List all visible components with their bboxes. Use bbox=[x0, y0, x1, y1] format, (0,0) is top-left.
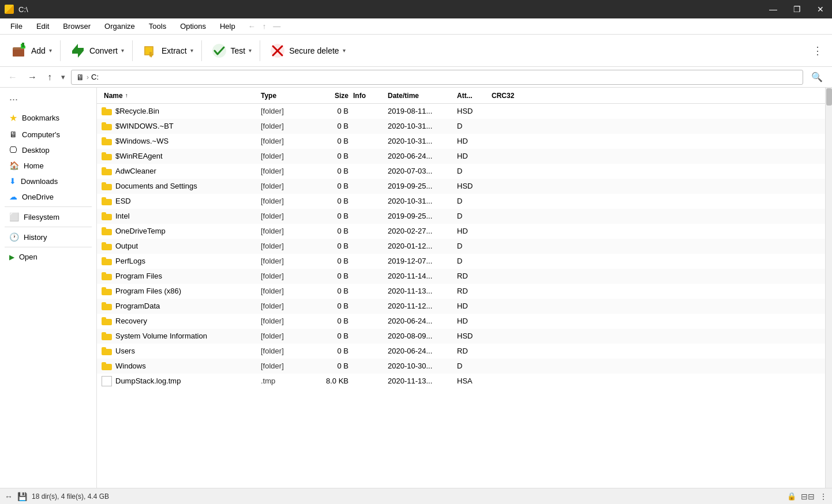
menu-edit[interactable]: Edit bbox=[31, 20, 55, 33]
cell-type: [folder] bbox=[261, 317, 313, 325]
table-row[interactable]: Program Files [folder] 0 B 2020-11-14...… bbox=[97, 269, 825, 284]
cell-size: 0 B bbox=[313, 107, 353, 115]
cell-attr: D bbox=[457, 242, 492, 250]
table-row[interactable]: Windows [folder] 0 B 2020-10-30... D bbox=[97, 359, 825, 374]
sidebar-item-onedrive[interactable]: ☁ OneDrive bbox=[2, 189, 94, 204]
table-row[interactable]: Users [folder] 0 B 2020-06-24... RD bbox=[97, 344, 825, 359]
breadcrumb-computer[interactable]: 🖥 bbox=[76, 73, 84, 82]
sidebar-item-open[interactable]: ▶ Open bbox=[2, 250, 94, 264]
table-row[interactable]: Recovery [folder] 0 B 2020-06-24... HD bbox=[97, 314, 825, 329]
col-header-attr[interactable]: Att... bbox=[457, 92, 492, 100]
table-row[interactable]: OneDriveTemp [folder] 0 B 2020-02-27... … bbox=[97, 224, 825, 239]
cell-attr: HD bbox=[457, 137, 492, 145]
secure-delete-dropdown-arrow[interactable]: ▾ bbox=[343, 47, 346, 54]
forward-button[interactable]: → bbox=[24, 70, 40, 85]
back-button[interactable]: ← bbox=[5, 70, 21, 85]
table-row[interactable]: $WinREAgent [folder] 0 B 2020-06-24... H… bbox=[97, 149, 825, 164]
table-row[interactable]: Documents and Settings [folder] 0 B 2019… bbox=[97, 179, 825, 194]
sidebar-home-label: Home bbox=[24, 161, 44, 170]
status-more-icon[interactable]: ⋮ bbox=[819, 492, 827, 501]
sidebar-downloads-label: Downloads bbox=[21, 177, 58, 186]
secure-delete-button[interactable]: Secure delete ▾ bbox=[263, 38, 351, 63]
sidebar-item-history[interactable]: 🕐 History bbox=[2, 230, 94, 245]
table-row[interactable]: Intel [folder] 0 B 2019-09-25... D bbox=[97, 209, 825, 224]
menu-browser[interactable]: Browser bbox=[57, 20, 96, 33]
cell-type: [folder] bbox=[261, 242, 313, 250]
sidebar-more[interactable]: ··· bbox=[0, 90, 96, 109]
filename: ESD bbox=[115, 197, 131, 205]
menu-tools[interactable]: Tools bbox=[143, 20, 172, 33]
sidebar-item-desktop[interactable]: 🖵 Desktop bbox=[2, 142, 94, 157]
toolbar-overflow[interactable]: ⋮ bbox=[808, 42, 827, 59]
extract-button[interactable]: Extract ▾ bbox=[135, 38, 199, 63]
cell-size: 0 B bbox=[313, 317, 353, 325]
cell-size: 0 B bbox=[313, 227, 353, 235]
table-row[interactable]: DumpStack.log.tmp .tmp 8.0 KB 2020-11-13… bbox=[97, 374, 825, 389]
filename: Documents and Settings bbox=[115, 182, 197, 190]
test-dropdown-arrow[interactable]: ▾ bbox=[249, 47, 252, 54]
cell-type: [folder] bbox=[261, 152, 313, 160]
table-row[interactable]: $Recycle.Bin [folder] 0 B 2019-08-11... … bbox=[97, 104, 825, 119]
table-row[interactable]: AdwCleaner [folder] 0 B 2020-07-03... D bbox=[97, 164, 825, 179]
cell-size: 0 B bbox=[313, 257, 353, 265]
sidebar: ··· ★ Bookmarks 🖥 Computer's 🖵 Desktop 🏠… bbox=[0, 88, 97, 488]
svg-rect-4 bbox=[22, 43, 24, 47]
col-header-type[interactable]: Type bbox=[261, 92, 313, 100]
sidebar-item-home[interactable]: 🏠 Home bbox=[2, 158, 94, 173]
up-button[interactable]: ↑ bbox=[44, 70, 55, 85]
cell-size: 0 B bbox=[313, 167, 353, 175]
cell-size: 0 B bbox=[313, 242, 353, 250]
search-button[interactable]: 🔍 bbox=[807, 69, 827, 85]
cell-attr: HD bbox=[457, 227, 492, 235]
cell-attr: HD bbox=[457, 302, 492, 310]
cell-type: [folder] bbox=[261, 287, 313, 295]
col-header-name[interactable]: Name ↑ bbox=[99, 92, 261, 100]
extract-dropdown-arrow[interactable]: ▾ bbox=[190, 47, 193, 54]
toolbar-sep-4 bbox=[260, 40, 260, 61]
convert-button[interactable]: Convert ▾ bbox=[63, 38, 130, 63]
minimize-button[interactable]: — bbox=[766, 3, 781, 15]
sidebar-item-filesystem[interactable]: ⬜ Filesystem bbox=[2, 209, 94, 224]
filename: ProgramData bbox=[115, 302, 160, 310]
convert-dropdown-arrow[interactable]: ▾ bbox=[121, 47, 124, 54]
cell-size: 0 B bbox=[313, 122, 353, 130]
table-row[interactable]: $WINDOWS.~BT [folder] 0 B 2020-10-31... … bbox=[97, 119, 825, 134]
menu-help[interactable]: Help bbox=[214, 20, 241, 33]
address-path[interactable]: 🖥 › C: bbox=[71, 70, 803, 85]
folder-icon bbox=[102, 167, 112, 175]
col-header-size[interactable]: Size bbox=[313, 92, 353, 100]
cell-name: System Volume Information bbox=[99, 332, 261, 340]
scrollbar[interactable] bbox=[825, 88, 832, 488]
menu-file[interactable]: File bbox=[5, 20, 28, 33]
table-row[interactable]: ProgramData [folder] 0 B 2020-11-12... H… bbox=[97, 299, 825, 314]
table-row[interactable]: $Windows.~WS [folder] 0 B 2020-10-31... … bbox=[97, 134, 825, 149]
status-view-icon[interactable]: ⊟⊟ bbox=[801, 492, 815, 501]
cell-name: $Recycle.Bin bbox=[99, 107, 261, 115]
col-header-crc[interactable]: CRC32 bbox=[492, 92, 538, 100]
add-button[interactable]: Add ▾ bbox=[5, 38, 58, 63]
add-dropdown-arrow[interactable]: ▾ bbox=[49, 47, 52, 54]
table-row[interactable]: System Volume Information [folder] 0 B 2… bbox=[97, 329, 825, 344]
table-row[interactable]: Program Files (x86) [folder] 0 B 2020-11… bbox=[97, 284, 825, 299]
col-header-date[interactable]: Date/time bbox=[388, 92, 457, 100]
breadcrumb-dropdown[interactable]: ▾ bbox=[59, 70, 68, 84]
table-row[interactable]: PerfLogs [folder] 0 B 2019-12-07... D bbox=[97, 254, 825, 269]
toolbar-sep-2 bbox=[132, 40, 133, 61]
maximize-button[interactable]: ❐ bbox=[790, 3, 804, 15]
sidebar-item-computers[interactable]: 🖥 Computer's bbox=[2, 127, 94, 142]
sidebar-item-downloads[interactable]: ⬇ Downloads bbox=[2, 174, 94, 189]
cell-size: 0 B bbox=[313, 212, 353, 220]
folder-icon bbox=[102, 257, 112, 265]
menu-options[interactable]: Options bbox=[174, 20, 212, 33]
sidebar-item-bookmarks[interactable]: ★ Bookmarks bbox=[2, 110, 94, 126]
menu-organize[interactable]: Organize bbox=[99, 20, 141, 33]
cell-name: ESD bbox=[99, 197, 261, 205]
cell-name: $Windows.~WS bbox=[99, 137, 261, 145]
table-row[interactable]: ESD [folder] 0 B 2020-10-31... D bbox=[97, 194, 825, 209]
cell-size: 0 B bbox=[313, 332, 353, 340]
table-row[interactable]: Output [folder] 0 B 2020-01-12... D bbox=[97, 239, 825, 254]
test-button[interactable]: Test ▾ bbox=[204, 38, 258, 63]
col-header-info[interactable]: Info bbox=[353, 92, 388, 100]
cell-type: .tmp bbox=[261, 377, 313, 385]
close-button[interactable]: ✕ bbox=[814, 3, 827, 15]
